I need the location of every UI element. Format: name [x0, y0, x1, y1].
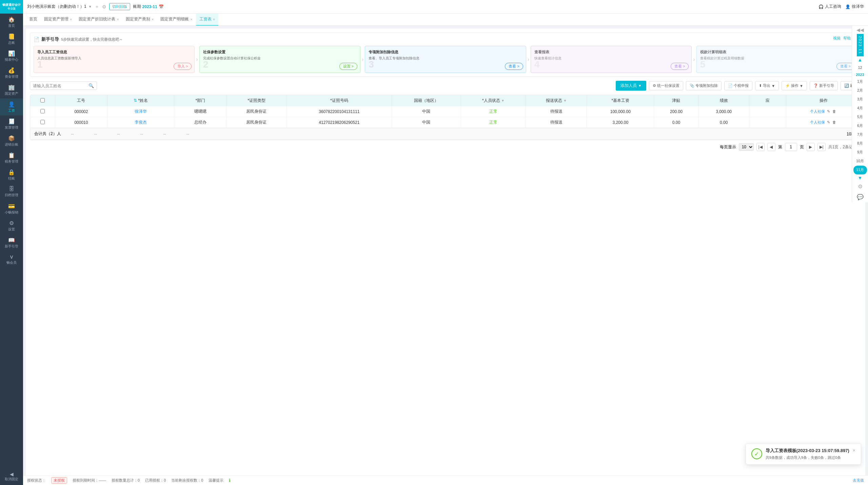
row-1-checkbox[interactable] [40, 109, 45, 113]
th-idno: *证照号码 [287, 95, 392, 106]
sidebar-item-reports-label: 报表中心 [5, 57, 18, 62]
calendar-icon: 📅 [159, 4, 164, 9]
add-account-icon[interactable]: ＋ [95, 4, 99, 10]
topbar-actions: ＋ ⚙ 切到旧版 [95, 3, 130, 10]
account-dropdown-icon: ▼ [88, 5, 92, 8]
sidebar-item-close[interactable]: 🔒 结账 [0, 166, 23, 183]
sales-icon: 📦 [8, 135, 15, 142]
settings-gear-icon[interactable]: ⚙ [102, 4, 106, 10]
toolbar: 🔍 添加人员 ▼ ⚙ 统一社保设置 📎 专项附加扣除 📄 个税申报 [30, 81, 434, 91]
sidebar-item-sales-label: 进销台账 [5, 142, 18, 147]
tab-asset-category-close[interactable]: × [152, 17, 154, 21]
account-selector[interactable]: 刘小艳演示账套（勿删勿动！）1 ▼ [27, 4, 92, 10]
app-logo: 畅捷通好会计专业版 [0, 0, 23, 14]
table-row: 000010 李俊杰 总经办 居民身份证 412702198206290521 … [30, 117, 434, 128]
wizard-step-2: 社保参数设置 完成社保参数设置自动计算社保公积金 2 设置 > [199, 46, 360, 73]
sidebar-item-invoice-label: 发票管理 [5, 125, 18, 130]
table-row: 000002 徐泽华 嗯嗯嗯 居民身份证 360782200104131111 … [30, 106, 434, 117]
expense-icon: 💳 [8, 203, 15, 209]
close-month-icon: 🔒 [8, 169, 15, 175]
main-content: 📄 新手引导 5步快速完成设置，快去完善信息吧～ 视频 帮助 × 导入员工工资信… [23, 26, 434, 243]
wizard-step-1-button[interactable]: 导入 > [174, 63, 192, 70]
sidebar-item-sales[interactable]: 📦 进销台账 [0, 132, 23, 149]
sidebar-item-home[interactable]: 🏠 首页 [0, 14, 23, 31]
funds-icon: 💰 [8, 67, 15, 74]
tax-icon: 📋 [8, 152, 15, 158]
archive-icon: 🗄 [9, 186, 14, 192]
app-logo-text: 畅捷通好会计专业版 [2, 3, 21, 11]
row-1-idtype: 居民身份证 [226, 106, 287, 117]
search-input[interactable] [33, 83, 87, 88]
footer-dash-4: -- [140, 132, 143, 136]
tab-depreciation-close[interactable]: × [117, 17, 119, 21]
payroll-icon: 👤 [8, 101, 15, 108]
wizard-title: 📄 新手引导 5步快速完成设置，快去完善信息吧～ [34, 36, 434, 42]
row-2-id: 000010 [55, 117, 107, 128]
sidebar-item-invoice[interactable]: 🧾 发票管理 [0, 115, 23, 132]
wizard-arrow-2: › [360, 46, 365, 73]
sidebar-item-tax[interactable]: 📋 税务管理 [0, 149, 23, 166]
select-all-checkbox[interactable] [40, 98, 45, 102]
search-icon[interactable]: 🔍 [88, 83, 94, 88]
wizard-banner: 📄 新手引导 5步快速完成设置，快去完善信息吧～ 视频 帮助 × 导入员工工资信… [30, 33, 434, 77]
row-1-id: 000002 [55, 106, 107, 117]
sidebar-item-archive-label: 归档管理 [5, 193, 18, 198]
sidebar-item-expense[interactable]: 💳 小畅报销 [0, 200, 23, 217]
sidebar-item-expense-label: 小畅报销 [5, 210, 18, 215]
th-country: 国籍（地区） [392, 95, 434, 106]
sidebar-item-settings-label: 设置 [8, 227, 15, 232]
switch-old-version-button[interactable]: 切到旧版 [109, 3, 130, 10]
sort-icon[interactable]: ⇅ [134, 98, 137, 103]
wizard-steps: 导入员工工资信息 人员信息及工资数据新增导入 1 导入 > › 社保参数设置 完… [34, 46, 434, 73]
ledger-icon: 📒 [8, 33, 15, 40]
tab-asset-detail[interactable]: 固定资产明细账 × [157, 14, 196, 26]
select-all-header [30, 95, 55, 106]
row-1-dept: 嗯嗯嗯 [174, 106, 226, 117]
sidebar-item-funds-label: 资金管理 [5, 74, 18, 79]
period-selector[interactable]: 账期 2023-11 📅 [133, 4, 164, 10]
row-2-check [30, 117, 55, 128]
sidebar-item-payroll[interactable]: 👤 工资 [0, 98, 23, 115]
reports-icon: 📊 [8, 50, 15, 57]
table-footer: 合计共（2）人 -- -- -- -- -- -- 103,2 [30, 128, 434, 139]
period-label: 账期 [133, 4, 141, 10]
sidebar-item-settings[interactable]: ⚙ 设置 [0, 217, 23, 234]
tab-asset-category[interactable]: 固定资产类别 × [122, 14, 157, 26]
table-header-row: 工号 ⇅ *姓名 *部门 *证照类型 *证照号码 [30, 95, 434, 106]
sidebar-item-ledger[interactable]: 📒 总账 [0, 31, 23, 48]
sidebar-item-archive[interactable]: 🗄 归档管理 [0, 183, 23, 200]
row-2-checkbox[interactable] [40, 120, 45, 124]
wizard-arrow-1: › [195, 46, 199, 73]
account-name: 刘小艳演示账套（勿删勿动！）1 [27, 4, 86, 10]
wizard-step-2-button[interactable]: 设置 > [339, 63, 357, 70]
sidebar-item-assets[interactable]: 🏢 固定资产 [0, 81, 23, 98]
tab-depreciation[interactable]: 固定资产折旧统计表 × [75, 14, 122, 26]
sidebar-item-assets-label: 固定资产 [5, 91, 18, 96]
footer-dash-6: -- [186, 132, 189, 136]
tab-asset-detail-close[interactable]: × [190, 17, 192, 21]
th-idtype: *证照类型 [226, 95, 287, 106]
row-1-idno: 360782200104131111 [287, 106, 392, 117]
row-2-idtype: 居民身份证 [226, 117, 287, 128]
sidebar-item-reports[interactable]: 📊 报表中心 [0, 48, 23, 64]
tab-fixed-assets-close[interactable]: × [70, 17, 72, 21]
row-1-name[interactable]: 徐泽华 [107, 106, 174, 117]
tab-fixed-assets[interactable]: 固定资产管理 × [41, 14, 75, 26]
row-1-check [30, 106, 55, 117]
row-2-dept: 总经办 [174, 117, 226, 128]
footer-dash-5: -- [163, 132, 166, 136]
sidebar-item-funds[interactable]: 💰 资金管理 [0, 64, 23, 81]
invoice-icon: 🧾 [8, 118, 15, 125]
assets-icon: 🏢 [8, 84, 15, 91]
home-icon: 🏠 [8, 16, 15, 23]
wizard-step-1: 导入员工工资信息 人员信息及工资数据新增导入 1 导入 > [34, 46, 195, 73]
row-1-country: 中国 [392, 106, 434, 117]
tab-payroll[interactable]: 工资表 × [196, 14, 218, 26]
row-2-name[interactable]: 李俊杰 [107, 117, 174, 128]
sidebar: 畅捷通好会计专业版 🏠 首页 📒 总账 📊 报表中心 💰 资金管理 🏢 固定资产… [0, 0, 23, 243]
tab-payroll-close[interactable]: × [213, 17, 215, 21]
tab-home[interactable]: 首页 [26, 14, 41, 26]
sidebar-item-guide[interactable]: 📖 新手引导 [0, 234, 23, 243]
th-id: 工号 [55, 95, 107, 106]
wizard-step-3: 专项附加扣除信息 查看、导入员工专项附加扣除信息 3 查看 > [365, 46, 434, 73]
